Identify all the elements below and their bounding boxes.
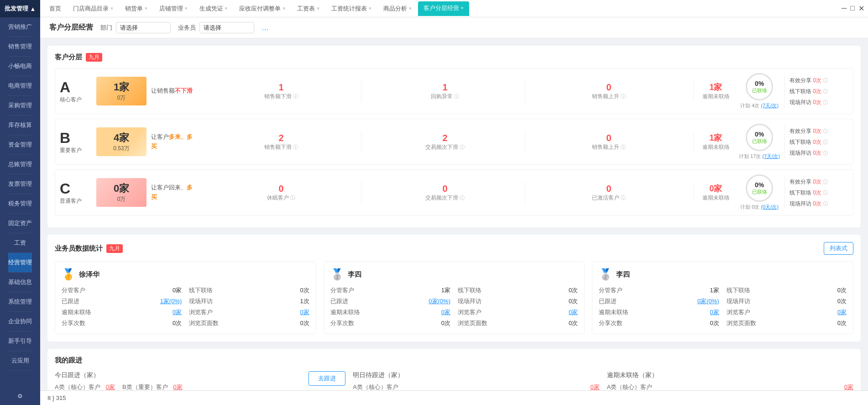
followup-row-value[interactable]: 0家 (106, 383, 115, 390)
sidebar-item-zzgl[interactable]: 总账管理 (8, 155, 32, 174)
tab-customer-tier[interactable]: 客户分层经营× (418, 1, 469, 16)
tab-payroll[interactable]: 工资表× (292, 2, 325, 16)
sidebar-item-xtgl[interactable]: 系统管理 (8, 292, 32, 312)
list-view-button[interactable]: 列表式 (824, 242, 853, 255)
info-icon[interactable]: ⓘ (460, 144, 465, 151)
info-icon[interactable]: ⓘ (460, 195, 465, 201)
staff-header-0: 🥇 徐泽华 (62, 268, 309, 281)
tier-circle-b: 0% 已联络 计划 17次 (7天/次) (739, 124, 780, 160)
sidebar-item-qyxy[interactable]: 企业协同 (8, 312, 32, 331)
followup-section: 我的跟进 今日跟进（家） A类（核心）客户0家B类（重要）客户0家 去跟进 明日… (47, 349, 861, 390)
tier-b-stat-1: 2 交易频次下滑 ⓘ (365, 131, 525, 153)
sidebar-item-fpgl[interactable]: 发票管理 (8, 174, 32, 194)
info-icon[interactable]: ⓘ (823, 150, 828, 156)
customer-tier-section: 客户分层 九月 A 核心客户 1家 0万 让销售额不下滑 1 销售额下滑 ⓘ 1… (47, 46, 861, 227)
sidebar-item-zjgl[interactable]: 资金管理 (8, 135, 32, 155)
plan-link-a[interactable]: (7天/次) (761, 103, 779, 108)
plan-link-b[interactable]: (7天/次) (762, 153, 780, 159)
dept-select[interactable]: 请选择 (116, 22, 171, 33)
info-icon[interactable]: ⓘ (454, 93, 459, 100)
sidebar-item-jcxx[interactable]: 基础信息 (8, 273, 32, 292)
info-icon[interactable]: ⓘ (621, 93, 626, 100)
plan-link-c[interactable]: (0天/次) (761, 204, 779, 210)
tab-goods-analysis[interactable]: 商品分析× (378, 2, 417, 16)
tab-close-voucher[interactable]: × (225, 6, 228, 11)
sidebar-item-kchs[interactable]: 库存核算 (8, 116, 32, 135)
tier-overdue-b: 1家 逾期未联络 (693, 132, 734, 151)
window-minimize-icon[interactable]: ─ (842, 4, 847, 13)
tab-close-goods-analysis[interactable]: × (409, 6, 412, 11)
tier-count-box-a: 1家 0万 (96, 77, 146, 105)
info-icon[interactable]: ⓘ (823, 89, 828, 94)
staff-stat-item: 现场拜访 0次 (458, 297, 578, 305)
sidebar-item-yxsb[interactable]: 营销推广 (8, 17, 32, 37)
tab-close-payroll[interactable]: × (317, 6, 319, 11)
staff-header-2: 🥈 李四 (599, 268, 847, 281)
info-icon[interactable]: ⓘ (293, 93, 298, 100)
tab-payroll-report[interactable]: 工资统计报表× (326, 2, 377, 16)
sidebar-item-xbds[interactable]: 小畅电商 (8, 57, 32, 76)
tab-close-sales-order[interactable]: × (145, 6, 147, 11)
tab-sales-order[interactable]: 销货单× (120, 2, 153, 16)
staff-stats-title: 业务员数据统计 (55, 244, 103, 253)
tier-a-stat-num-1: 1 (369, 82, 521, 93)
tier-overdue-c: 0家 逾期未联络 (693, 183, 734, 202)
tab-close-store-mgmt[interactable]: × (185, 6, 188, 11)
followup-row-label: A类（核心）客户 (353, 383, 398, 390)
tier-action-a: 让销售额不下滑 (151, 86, 197, 96)
staff-stat-item: 已跟进 1家(0%) (62, 297, 182, 305)
sidebar-top[interactable]: 批发管理 ▲ (0, 0, 40, 17)
tier-stats-a: 1 销售额下滑 ⓘ 1 回购异常 ⓘ 0 销售额上升 ⓘ (201, 80, 689, 102)
info-icon[interactable]: ⓘ (823, 78, 828, 83)
info-icon[interactable]: ⓘ (823, 128, 828, 134)
tier-stats-c: 0 休眠客户 ⓘ 0 交易频次下滑 ⓘ 0 已激活客户 ⓘ (201, 182, 689, 204)
tier-c-stat-num-2: 0 (533, 184, 685, 194)
sidebar-item-gz[interactable]: 工资 (8, 233, 32, 253)
sidebar-item-xsyd[interactable]: 新手引导 (8, 331, 32, 351)
sidebar-item-gdzy[interactable]: 固定资产 (8, 214, 32, 233)
info-icon[interactable]: ⓘ (823, 139, 828, 145)
sidebar-item-cggl[interactable]: 采购管理 (8, 96, 32, 116)
list-view-btn[interactable]: 列表式 (824, 242, 853, 255)
staff-stat-item: 线下联络 0次 (458, 286, 578, 295)
tab-label-store-items: 门店商品目录 (73, 5, 109, 13)
tab-store-items[interactable]: 门店商品目录× (68, 2, 119, 16)
tier-row-c: C 普通客户 0家 0万 让客户回来、多买 0 休眠客户 ⓘ 0 交易频次下滑 … (55, 169, 853, 216)
tab-store-mgmt[interactable]: 店铺管理× (154, 2, 193, 16)
info-icon[interactable]: ⓘ (823, 201, 828, 206)
sidebar-top-label: 批发管理 (5, 5, 28, 13)
sidebar-item-dsgl[interactable]: 电商管理 (8, 76, 32, 96)
info-icon[interactable]: ⓘ (290, 195, 295, 201)
goto-followup-button[interactable]: 去跟进 (309, 371, 345, 386)
window-close-icon[interactable]: ✕ (858, 4, 864, 13)
sidebar-item-xsgl[interactable]: 销售管理 (8, 37, 32, 57)
tab-close-receivable[interactable]: × (282, 6, 285, 11)
followup-row: A类（核心）客户0家 (607, 383, 853, 390)
staff-select[interactable]: 请选择 (199, 22, 254, 33)
staff-stats-grid-2: 分管客户 1家 线下联络 0次 已跟进 0家(0%) 现场拜访 0次 (599, 286, 847, 327)
followup-row-value[interactable]: 0家 (173, 383, 183, 390)
sidebar-item-yyy[interactable]: 云应用 (8, 351, 32, 371)
dept-label: 部门 (100, 24, 112, 32)
tab-close-payroll-report[interactable]: × (369, 6, 371, 11)
bottom-bar: It } 315 (40, 390, 868, 405)
tab-close-customer-tier[interactable]: × (461, 5, 464, 11)
followup-row-value[interactable]: 0家 (590, 383, 599, 390)
tab-home[interactable]: 首页 (44, 2, 67, 16)
info-icon[interactable]: ⓘ (823, 190, 828, 195)
info-icon[interactable]: ⓘ (293, 144, 298, 151)
more-filter-button[interactable]: … (261, 24, 270, 32)
info-icon[interactable]: ⓘ (621, 195, 626, 201)
window-maximize-icon[interactable]: □ (850, 4, 855, 13)
tab-close-store-items[interactable]: × (110, 6, 113, 11)
sidebar-item-jygl[interactable]: 经营管理 (8, 253, 32, 273)
followup-row-value[interactable]: 0家 (844, 383, 853, 390)
sidebar-item-ssgl[interactable]: 税务管理 (8, 194, 32, 214)
tab-label-sales-order: 销货单 (125, 5, 143, 13)
info-icon[interactable]: ⓘ (823, 179, 828, 184)
info-icon[interactable]: ⓘ (823, 100, 828, 105)
info-icon[interactable]: ⓘ (621, 144, 626, 151)
settings-button[interactable]: ⚙ (0, 387, 40, 405)
tab-receivable[interactable]: 应收应付调整单× (234, 2, 291, 16)
tab-voucher[interactable]: 生成凭证× (194, 2, 233, 16)
